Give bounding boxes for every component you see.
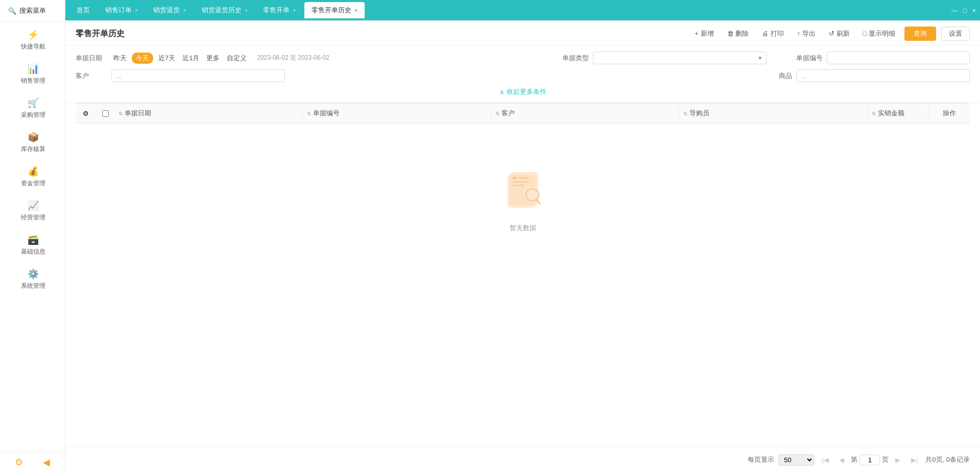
empty-icon: [497, 164, 548, 215]
date-option-last7[interactable]: 近7天: [156, 53, 177, 64]
prev-page-button[interactable]: ◀: [834, 453, 849, 467]
doc-type-select[interactable]: ▾: [593, 52, 767, 64]
svg-rect-5: [513, 181, 527, 183]
date-option-today[interactable]: 今天: [132, 53, 153, 64]
sidebar-item-jingying[interactable]: 📈经营管理: [0, 193, 65, 227]
th-amount: ⇅ 实销金额: [868, 109, 929, 118]
tab-sales-return[interactable]: 销货退货×: [146, 2, 193, 18]
print-button[interactable]: 🖨 打印: [758, 27, 788, 40]
query-button[interactable]: 查询: [904, 27, 936, 41]
date-range: 2023-06-02 至 2023-06-02: [257, 54, 329, 62]
th-date-label: 单据日期: [125, 109, 151, 118]
sidebar-item-kuaijie[interactable]: ⚡快捷导航: [0, 22, 65, 56]
date-option-last1m[interactable]: 近1月: [180, 53, 201, 64]
sidebar-icon-zijin: 💰: [28, 166, 39, 177]
pagination: 每页显示 50 10 20 100 |◀ ◀ 第 页 ▶ ▶| 共0页, 0条记…: [65, 446, 980, 473]
display-detail-button[interactable]: □ 显示明细: [859, 27, 899, 40]
sidebar-label-caigou: 采购管理: [21, 111, 45, 119]
sidebar-item-caigou[interactable]: 🛒采购管理: [0, 90, 65, 125]
page-title: 零售开单历史: [76, 29, 125, 39]
th-date: ⇅ 单据日期: [114, 109, 303, 118]
close-button[interactable]: ×: [972, 7, 976, 14]
th-number-sort[interactable]: ⇅: [307, 111, 311, 116]
sidebar-item-jichu[interactable]: 🗃️基础信息: [0, 227, 65, 261]
th-customer-sort[interactable]: ⇅: [495, 111, 499, 116]
tab-close-retail-open-history[interactable]: ×: [354, 7, 357, 13]
tab-close-retail-open[interactable]: ×: [293, 7, 296, 13]
content-area: 零售开单历史 + 新增 🗑 删除 🖨 打印 ↑ 导出 ↺ 刷新 □ 显示明细 查…: [65, 20, 980, 473]
per-page-select[interactable]: 50 10 20 100: [778, 454, 814, 466]
add-button[interactable]: + 新增: [690, 27, 718, 40]
sidebar-icon-kucun: 📦: [28, 132, 39, 143]
collapse-button[interactable]: ∧ 收起更多条件: [76, 87, 970, 96]
export-button[interactable]: ↑ 导出: [793, 27, 820, 40]
filter-area: 单据日期 昨天今天近7天近1月更多自定义 2023-06-02 至 2023-0…: [65, 45, 980, 103]
tab-close-sales-return-history[interactable]: ×: [245, 7, 248, 13]
sidebar-item-xitong[interactable]: ⚙️系统管理: [0, 261, 65, 295]
empty-state: 暂无数据: [76, 123, 970, 273]
tab-label-retail-open: 零售开单: [263, 6, 290, 15]
tab-retail-open-history[interactable]: 零售开单历史×: [304, 2, 365, 18]
customer-select[interactable]: ...: [111, 69, 285, 82]
tab-sales-return-history[interactable]: 销货退货历史×: [195, 2, 255, 18]
tab-close-sales-return[interactable]: ×: [183, 7, 186, 13]
th-salesperson-sort[interactable]: ⇅: [683, 111, 687, 116]
select-all-checkbox[interactable]: [102, 110, 109, 117]
sidebar-search-label: 搜索菜单: [19, 6, 46, 15]
sidebar-label-xitong: 系统管理: [21, 282, 45, 290]
settings-button[interactable]: 设置: [941, 27, 970, 41]
minimize-button[interactable]: —: [951, 7, 958, 14]
next-page-button[interactable]: ▶: [891, 453, 905, 467]
date-option-more[interactable]: 更多: [204, 53, 222, 64]
window-controls: — □ ×: [951, 7, 976, 14]
page-nav: |◀ ◀ 第 页 ▶ ▶|: [818, 453, 921, 467]
tab-home[interactable]: 首页: [69, 2, 97, 18]
collapse-icon: ∧: [499, 88, 505, 96]
sidebar-icon-jichu: 🗃️: [28, 234, 39, 245]
th-action-label: 操作: [943, 109, 956, 118]
maximize-button[interactable]: □: [963, 7, 967, 14]
sidebar-item-zijin[interactable]: 💰资金管理: [0, 159, 65, 193]
tab-retail-open[interactable]: 零售开单×: [256, 2, 303, 18]
table-settings-icon[interactable]: ⚙: [76, 110, 96, 117]
collapse-label: 收起更多条件: [507, 87, 546, 96]
svg-rect-3: [513, 177, 517, 179]
sidebar-label-kucun: 库存核算: [21, 145, 45, 154]
th-salesperson: ⇅ 导购员: [679, 109, 868, 118]
doc-number-input[interactable]: [827, 52, 970, 64]
first-page-button[interactable]: |◀: [818, 453, 832, 467]
sidebar-icon-jingying: 📈: [28, 200, 39, 211]
th-date-sort[interactable]: ⇅: [118, 111, 123, 116]
per-page-label: 每页显示: [748, 455, 774, 464]
sidebar-label-jichu: 基础信息: [21, 247, 45, 256]
th-customer-label: 客户: [501, 109, 515, 118]
table-header: ⚙ ⇅ 单据日期 ⇅ 单据编号 ⇅ 客户 ⇅ 导购员: [76, 103, 970, 123]
last-page-button[interactable]: ▶|: [907, 453, 921, 467]
table-select-all[interactable]: [96, 110, 114, 117]
refresh-button[interactable]: ↺ 刷新: [825, 27, 854, 40]
sidebar-label-jingying: 经营管理: [21, 213, 45, 222]
sidebar-icon-kuaijie: ⚡: [28, 29, 39, 40]
page-number-input[interactable]: [859, 455, 880, 465]
th-amount-sort[interactable]: ⇅: [872, 111, 876, 116]
svg-rect-6: [513, 185, 524, 186]
sidebar-item-kucun[interactable]: 📦库存核算: [0, 125, 65, 159]
settings-footer-icon[interactable]: ⚙: [15, 457, 23, 468]
sidebar-item-xiaoshou[interactable]: 📊销售管理: [0, 56, 65, 90]
delete-button[interactable]: 🗑 删除: [723, 27, 753, 40]
sidebar-label-zijin: 资金管理: [21, 179, 45, 188]
tab-sales-order[interactable]: 销售订单×: [98, 2, 145, 18]
th-customer: ⇅ 客户: [491, 109, 680, 118]
customer-value: ...: [116, 72, 122, 80]
date-option-yesterday[interactable]: 昨天: [111, 53, 129, 64]
toolbar: + 新增 🗑 删除 🖨 打印 ↑ 导出 ↺ 刷新 □ 显示明细 查询 设置: [690, 27, 970, 41]
date-option-custom[interactable]: 自定义: [225, 53, 249, 64]
collapse-sidebar-icon[interactable]: ◀: [43, 457, 50, 468]
sidebar-search[interactable]: 🔍 搜索菜单: [0, 0, 65, 22]
sidebar-icon-caigou: 🛒: [28, 97, 39, 109]
tab-label-sales-order: 销售订单: [105, 6, 132, 15]
tab-close-sales-order[interactable]: ×: [135, 7, 138, 13]
page-header: 零售开单历史 + 新增 🗑 删除 🖨 打印 ↑ 导出 ↺ 刷新 □ 显示明细 查…: [65, 20, 980, 45]
filter-row-2: 客户 ... 商品 ...: [76, 69, 970, 82]
goods-select[interactable]: ...: [796, 69, 970, 82]
